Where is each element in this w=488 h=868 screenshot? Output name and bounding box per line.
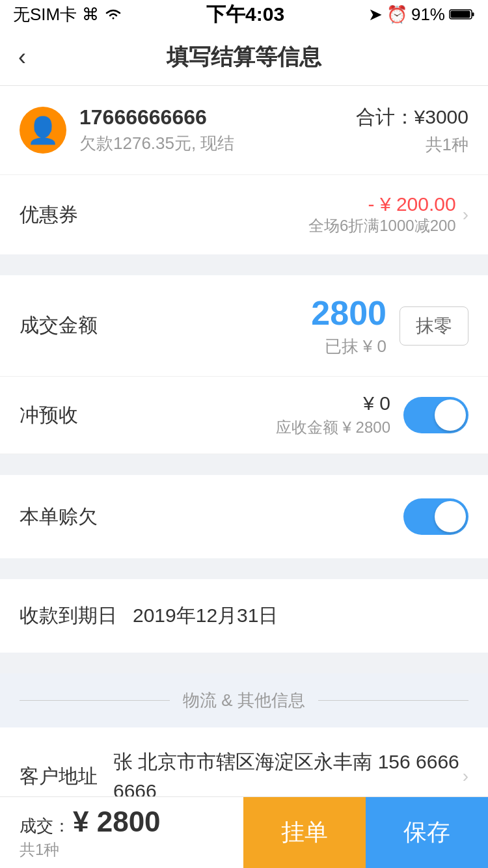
coupon-row[interactable]: 优惠券 - ¥ 200.00 全场6折满1000减200 › — [0, 174, 488, 254]
total-count: 共1种 — [356, 133, 468, 156]
bottom-total-label: 成交： — [20, 815, 70, 837]
logistics-header: 物流 & 其他信息 — [0, 673, 488, 727]
section-divider-1 — [0, 265, 488, 275]
logistics-line-right — [318, 700, 468, 701]
customer-total: 合计：¥3000 共1种 — [356, 104, 468, 156]
bottom-summary: 成交： ¥ 2800 共1种 — [0, 806, 243, 860]
due-date-label: 收款到期日 — [20, 603, 117, 629]
transaction-value-area: 2800 已抹 ¥ 0 抹零 — [311, 293, 468, 358]
transaction-amount: 2800 — [311, 293, 386, 332]
due-date-row: 收款到期日 2019年12月31日 — [0, 579, 488, 653]
section-divider-4 — [0, 663, 488, 673]
status-bar: 无SIM卡 ⌘️ 下午4:03 ➤ ⏰ 91% — [0, 0, 488, 29]
address-label: 客户地址 — [20, 763, 98, 790]
wifi-icon: ⌘️ — [82, 5, 99, 25]
avatar: 👤 — [20, 107, 66, 154]
prepay-sub: 应收金额 ¥ 2800 — [276, 417, 390, 438]
customer-card: 👤 17666666666 欠款1276.35元, 现结 合计：¥3000 共1… — [0, 86, 488, 254]
transaction-sub: 已抹 ¥ 0 — [311, 335, 386, 358]
round-zero-button[interactable]: 抹零 — [400, 306, 468, 346]
prepay-toggle[interactable] — [403, 397, 468, 433]
status-right: ➤ ⏰ 91% — [368, 5, 475, 25]
save-button[interactable]: 保存 — [366, 797, 488, 869]
prepay-amount-area: ¥ 0 应收金额 ¥ 2800 — [276, 392, 390, 438]
transaction-card: 成交金额 2800 已抹 ¥ 0 抹零 冲预收 ¥ 0 应收金额 ¥ 2800 — [0, 275, 488, 454]
total-amount: 合计：¥3000 — [356, 104, 468, 131]
due-date-card: 收款到期日 2019年12月31日 — [0, 579, 488, 653]
svg-rect-2 — [450, 11, 470, 18]
toggle-knob — [435, 400, 466, 431]
location-icon: ➤ — [368, 5, 383, 25]
address-chevron-icon: › — [463, 766, 468, 787]
section-divider-2 — [0, 465, 488, 475]
page-title: 填写结算等信息 — [167, 42, 321, 72]
logistics-line-left — [20, 700, 170, 701]
pending-button-label: 挂单 — [281, 817, 328, 848]
bottom-count: 共1种 — [20, 839, 224, 860]
coupon-right: - ¥ 200.00 全场6折满1000减200 › — [308, 193, 468, 236]
bottom-amount: ¥ 2800 — [73, 806, 161, 838]
battery-icon — [449, 8, 475, 21]
avatar-icon: 👤 — [27, 115, 59, 146]
battery-text: 91% — [411, 5, 445, 25]
debt-label: 本单赊欠 — [20, 504, 98, 530]
due-date-value: 2019年12月31日 — [133, 603, 278, 629]
alarm-icon: ⏰ — [386, 5, 407, 25]
bottom-bar: 成交： ¥ 2800 共1种 挂单 保存 — [0, 796, 488, 868]
section-divider-3 — [0, 569, 488, 579]
content-area: 👤 17666666666 欠款1276.35元, 现结 合计：¥3000 共1… — [0, 86, 488, 868]
logistics-text: 物流 & 其他信息 — [183, 689, 305, 712]
coupon-desc: 全场6折满1000减200 — [308, 215, 456, 236]
status-time: 下午4:03 — [206, 1, 284, 28]
nav-bar: ‹ 填写结算等信息 — [0, 29, 488, 86]
coupon-label: 优惠券 — [20, 202, 78, 228]
debt-toggle[interactable] — [403, 498, 468, 535]
wifi-icon-svg — [104, 8, 122, 21]
customer-row: 👤 17666666666 欠款1276.35元, 现结 合计：¥3000 共1… — [0, 86, 488, 174]
debt-card: 本单赊欠 — [0, 475, 488, 558]
save-button-label: 保存 — [403, 817, 450, 848]
status-left: 无SIM卡 ⌘️ — [13, 3, 122, 26]
prepay-amount: ¥ 0 — [276, 392, 390, 414]
transaction-row: 成交金额 2800 已抹 ¥ 0 抹零 — [0, 275, 488, 377]
customer-sub-text: 欠款1276.35元, 现结 — [79, 132, 356, 155]
prepay-row: 冲预收 ¥ 0 应收金额 ¥ 2800 — [0, 377, 488, 454]
customer-phone: 17666666666 — [79, 105, 356, 129]
chevron-right-icon: › — [463, 204, 468, 225]
debt-row: 本单赊欠 — [0, 475, 488, 558]
prepay-right: ¥ 0 应收金额 ¥ 2800 — [276, 392, 468, 438]
sim-status: 无SIM卡 — [13, 3, 77, 26]
svg-rect-1 — [472, 12, 474, 16]
debt-toggle-knob — [435, 501, 466, 532]
coupon-amount: - ¥ 200.00 — [308, 193, 456, 215]
customer-info: 17666666666 欠款1276.35元, 现结 — [79, 105, 356, 155]
back-button[interactable]: ‹ — [18, 44, 26, 71]
pending-button[interactable]: 挂单 — [243, 797, 366, 869]
transaction-label: 成交金额 — [20, 312, 98, 339]
prepay-label: 冲预收 — [20, 402, 78, 429]
